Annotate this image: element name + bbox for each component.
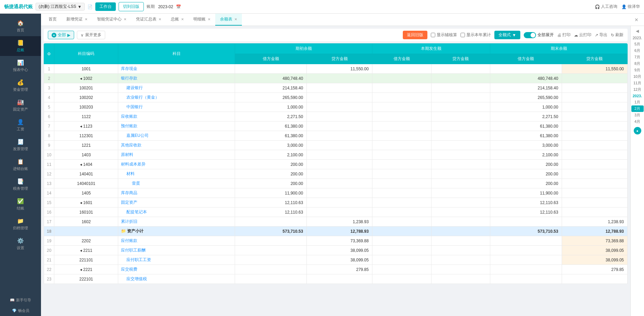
refresh-button[interactable]: ↻ 刷新 — [611, 32, 624, 38]
tab-smart-center-close[interactable]: ✕ — [124, 17, 126, 21]
subject-name-cell[interactable]: 建设银行 — [118, 83, 235, 93]
subject-name-link[interactable]: 应付账款 — [121, 238, 137, 243]
subject-name-cell[interactable]: 银行存款 — [118, 74, 235, 83]
filter-all-button[interactable]: ● 全部 ▶ — [48, 31, 74, 39]
subject-name-link[interactable]: 应付职工工资 — [126, 257, 151, 262]
subject-name-cell[interactable]: 配提笔记本 — [118, 207, 235, 217]
subject-name-link[interactable]: 配提笔记本 — [126, 210, 147, 214]
month-6[interactable]: 6月 — [631, 47, 644, 54]
workbench-button[interactable]: 工作台 — [95, 2, 116, 11]
month-3[interactable]: 3月 — [631, 112, 644, 118]
expand-all-toggle[interactable]: 全部展开 — [524, 32, 554, 38]
tab-add-voucher-close[interactable]: ✕ — [85, 17, 87, 21]
tab-balance-sheet-close[interactable]: ✕ — [234, 17, 237, 21]
subject-name-cell[interactable]: 应付职工薪酬 — [118, 246, 235, 255]
month-2[interactable]: 2月 — [631, 105, 644, 112]
subject-name-cell[interactable]: 固定资产 — [118, 198, 235, 207]
sidebar-item-fixed-assets[interactable]: 🏭 固定资产 — [0, 96, 41, 115]
tab-close-all-button[interactable]: ✕ — [632, 16, 641, 24]
tab-detail-ledger[interactable]: 明细账 ✕ — [189, 14, 215, 26]
sidebar-item-invoice[interactable]: 🧾 发票管理 — [0, 135, 41, 155]
switch-old-button[interactable]: 切到旧版 — [119, 2, 144, 11]
subject-name-cell[interactable]: 其他应收款 — [118, 141, 235, 150]
sidebar-item-settings[interactable]: ⚙️ 设置 — [0, 234, 41, 254]
subject-name-link[interactable]: 库存商品 — [121, 190, 137, 195]
subject-name-cell[interactable]: 应付职工工资 — [118, 255, 235, 265]
subject-name-link[interactable]: 应收账款 — [121, 114, 137, 119]
year-2023-top[interactable]: 2023. — [631, 35, 644, 41]
subject-name-cell[interactable]: 累计折旧 — [118, 217, 235, 227]
sidebar-item-purchase[interactable]: 📋 进销台账 — [0, 155, 41, 175]
full-format-button[interactable]: 全额式 ▼ — [494, 31, 520, 39]
sidebar-item-tax[interactable]: 📑 税务管理 — [0, 175, 41, 195]
subject-name-cell[interactable]: 库存商品 — [118, 188, 235, 198]
month-10[interactable]: 10月 — [631, 73, 644, 80]
cloud-print-button[interactable]: ☁ 云打印 — [574, 32, 591, 38]
tab-home[interactable]: 首页 — [44, 14, 61, 26]
subject-name-cell[interactable]: 应付账款 — [118, 236, 235, 246]
subject-name-cell[interactable]: 应收账款 — [118, 112, 235, 121]
sidebar-item-salary[interactable]: 👤 工资 — [0, 115, 41, 135]
tab-ledger[interactable]: 总账 ✕ — [166, 14, 189, 26]
subject-name-cell[interactable]: 应交税费 — [118, 265, 235, 274]
sidebar-item-archive[interactable]: 📁 归档管理 — [0, 214, 41, 234]
month-8[interactable]: 8月 — [631, 60, 644, 67]
print-button[interactable]: 🖨 打印 — [557, 32, 571, 38]
tab-detail-ledger-close[interactable]: ✕ — [208, 17, 210, 21]
subject-name-cell[interactable]: 材料成本差异 — [118, 160, 235, 169]
subject-name-link[interactable]: 材料成本差异 — [121, 162, 146, 167]
month-5[interactable]: 5月 — [631, 41, 644, 47]
subject-name-link[interactable]: 银行存款 — [121, 76, 137, 81]
subject-name-cell[interactable]: 原材料 — [118, 150, 235, 160]
month-1[interactable]: 1月 — [631, 99, 644, 105]
show-aux-checkbox[interactable]: 显示辅核算 — [431, 32, 457, 38]
consult-button[interactable]: 🎧 人工咨询 — [595, 4, 617, 10]
month-4[interactable]: 4月 — [631, 118, 644, 125]
company-selector[interactable]: (勿删) 江西殷宝-LSS ▼ — [36, 3, 85, 11]
year-2023-bottom[interactable]: 2023. — [631, 93, 644, 99]
sidebar-item-ledger[interactable]: 📒 总账 — [0, 36, 41, 56]
subject-name-link[interactable]: 原材料 — [121, 152, 133, 157]
subject-name-link[interactable]: 应付职工薪酬 — [121, 248, 146, 253]
tab-voucher-summary-close[interactable]: ✕ — [159, 17, 161, 21]
subject-name-cell[interactable]: 应交增值税 — [118, 274, 235, 284]
subject-name-cell[interactable]: 📁 资产小计 — [118, 227, 235, 236]
sidebar-item-reports[interactable]: 📊 报表中心 — [0, 56, 41, 76]
subject-name-link[interactable]: 嘉属EU公司 — [126, 133, 149, 138]
tab-add-voucher[interactable]: 新增凭证 ✕ — [61, 14, 92, 26]
subject-name-link[interactable]: 材料 — [126, 171, 135, 176]
sidebar-item-home[interactable]: 🏠 首页 — [0, 16, 41, 36]
subject-name-link[interactable]: 中国银行 — [126, 104, 143, 109]
subject-name-cell[interactable]: 壹蛋 — [118, 179, 235, 188]
subject-name-link[interactable]: 固定资产 — [121, 200, 137, 205]
tab-voucher-summary[interactable]: 凭证汇总表 ✕ — [131, 14, 166, 26]
calendar-icon[interactable]: 📅 — [176, 4, 181, 9]
toggle-control[interactable] — [524, 32, 536, 38]
sidebar-circle-btn-1[interactable]: ● — [634, 127, 641, 134]
subject-name-cell[interactable]: 库存现金 — [118, 64, 235, 74]
subject-name-link[interactable]: 应交增值税 — [126, 276, 147, 281]
export-button[interactable]: ↗ 导出 — [595, 32, 607, 38]
show-ytd-checkbox[interactable]: 显示本年累计 — [461, 32, 491, 38]
subject-name-link[interactable]: 应交税费 — [121, 267, 137, 272]
show-ytd-input[interactable] — [461, 33, 465, 37]
tab-balance-sheet[interactable]: 余额表 ✕ — [215, 14, 242, 26]
subject-name-link[interactable]: 壹蛋 — [132, 181, 140, 186]
subject-name-cell[interactable]: 嘉属EU公司 — [118, 131, 235, 141]
sidebar-collapse-toggle[interactable]: ◀ — [634, 27, 640, 35]
subject-name-link[interactable]: 农业银行（黄金） — [126, 95, 159, 100]
expand-more-button[interactable]: ∨ 展开更多 — [77, 31, 105, 39]
subject-name-cell[interactable]: 农业银行（黄金） — [118, 93, 235, 102]
month-7[interactable]: 7月 — [631, 54, 644, 60]
subject-name-cell[interactable]: 预付账款 — [118, 121, 235, 131]
sidebar-item-member[interactable]: 💎 畅会员 — [0, 305, 41, 316]
return-old-button[interactable]: 返回旧版 — [403, 31, 427, 39]
subject-name-cell[interactable]: 材料 — [118, 169, 235, 179]
month-12[interactable]: 12月 — [631, 86, 644, 93]
tab-smart-center[interactable]: 智能凭证中心 ✕ — [92, 14, 131, 26]
subject-name-link[interactable]: 库存现金 — [121, 66, 137, 71]
subject-name-link[interactable]: 建设银行 — [126, 85, 143, 90]
sidebar-item-settlement[interactable]: ✅ 结账 — [0, 195, 41, 214]
user-button[interactable]: 👤 徐泽华 — [621, 4, 640, 10]
subject-name-link[interactable]: 累计折旧 — [121, 219, 137, 224]
